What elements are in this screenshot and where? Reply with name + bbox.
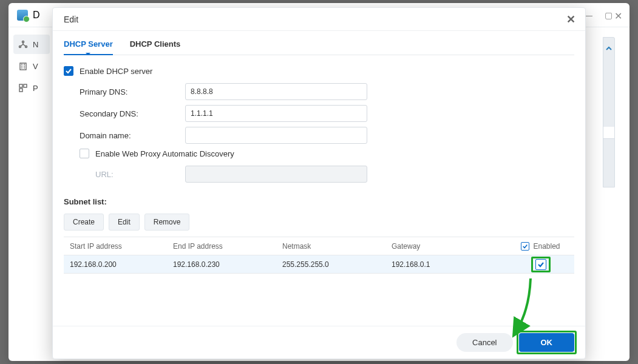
col-gateway: Gateway bbox=[392, 242, 507, 251]
dhcp-form: Enable DHCP server Primary DNS: Secondar… bbox=[64, 55, 574, 274]
window-close-icon[interactable]: ✕ bbox=[614, 10, 622, 22]
app-icon bbox=[17, 10, 28, 21]
network-icon bbox=[18, 39, 28, 49]
chevron-up-icon bbox=[605, 44, 613, 55]
cell-enabled bbox=[507, 259, 574, 270]
primary-dns-input[interactable] bbox=[185, 83, 367, 100]
cancel-button[interactable]: Cancel bbox=[456, 333, 512, 352]
subnet-heading: Subnet list: bbox=[64, 197, 574, 206]
annotation-highlight-ok bbox=[517, 331, 577, 354]
right-panel-fragment bbox=[603, 127, 615, 139]
modal-footer: Cancel OK bbox=[53, 326, 585, 359]
cell-gateway: 192.168.0.1 bbox=[392, 260, 507, 269]
close-icon[interactable]: ✕ bbox=[566, 13, 575, 26]
grid-icon bbox=[18, 83, 28, 93]
building-icon bbox=[18, 61, 28, 71]
sidebar-item-vendor[interactable]: V bbox=[13, 56, 50, 76]
wpad-row: Enable Web Proxy Automatic Discovery bbox=[64, 149, 574, 158]
col-enabled-label: Enabled bbox=[533, 242, 560, 251]
primary-dns-label: Primary DNS: bbox=[64, 87, 185, 96]
svg-rect-6 bbox=[19, 89, 22, 92]
modal-title: Edit bbox=[64, 15, 78, 24]
url-label: URL: bbox=[64, 170, 185, 179]
cell-netmask: 255.255.255.0 bbox=[282, 260, 392, 269]
enable-dhcp-checkbox[interactable] bbox=[64, 66, 73, 76]
domain-name-label: Domain name: bbox=[64, 131, 185, 140]
subnet-buttons: Create Edit Remove bbox=[64, 214, 574, 231]
enable-dhcp-row: Enable DHCP server bbox=[64, 66, 574, 76]
sidebar: N V P bbox=[8, 30, 55, 361]
wpad-checkbox[interactable] bbox=[80, 149, 89, 158]
sidebar-label: N bbox=[33, 40, 38, 49]
domain-name-row: Domain name: bbox=[64, 127, 574, 144]
remove-button[interactable]: Remove bbox=[144, 214, 190, 231]
cell-end: 192.168.0.230 bbox=[173, 260, 282, 269]
col-start: Start IP address bbox=[64, 242, 173, 251]
cell-start: 192.168.0.200 bbox=[64, 260, 173, 269]
ok-wrap: OK bbox=[519, 333, 575, 352]
primary-dns-row: Primary DNS: bbox=[64, 83, 574, 100]
window-controls: — ▢ bbox=[584, 10, 613, 20]
sidebar-label: V bbox=[33, 62, 38, 71]
svg-rect-3 bbox=[20, 63, 26, 70]
svg-point-1 bbox=[22, 41, 24, 43]
secondary-dns-row: Secondary DNS: bbox=[64, 105, 574, 122]
annotation-highlight-enabled bbox=[531, 257, 551, 272]
edit-modal: Edit ✕ DHCP Server DHCP Clients Enable D… bbox=[52, 7, 586, 359]
tab-dhcp-server[interactable]: DHCP Server bbox=[64, 39, 113, 55]
subnet-table: Start IP address End IP address Netmask … bbox=[64, 237, 574, 274]
enable-dhcp-label: Enable DHCP server bbox=[80, 67, 152, 76]
sidebar-item-pxe[interactable]: P bbox=[13, 78, 50, 98]
table-row[interactable]: 192.168.0.200 192.168.0.230 255.255.255.… bbox=[64, 255, 574, 274]
sidebar-item-network[interactable]: N bbox=[13, 35, 50, 54]
sidebar-label: P bbox=[33, 84, 38, 93]
svg-rect-5 bbox=[24, 84, 27, 87]
svg-rect-4 bbox=[19, 84, 22, 87]
header-enabled-checkbox[interactable] bbox=[521, 242, 529, 251]
back-title: D bbox=[33, 10, 40, 21]
secondary-dns-input[interactable] bbox=[185, 105, 367, 122]
modal-header: Edit ✕ bbox=[53, 8, 585, 31]
maximize-icon[interactable]: ▢ bbox=[605, 10, 613, 20]
url-row: URL: bbox=[64, 166, 574, 183]
table-header: Start IP address End IP address Netmask … bbox=[64, 237, 574, 255]
edit-button[interactable]: Edit bbox=[109, 214, 140, 231]
create-button[interactable]: Create bbox=[64, 214, 104, 231]
domain-name-input[interactable] bbox=[185, 127, 367, 144]
modal-body: DHCP Server DHCP Clients Enable DHCP ser… bbox=[53, 31, 585, 326]
tabbar: DHCP Server DHCP Clients bbox=[64, 31, 574, 55]
col-netmask: Netmask bbox=[282, 242, 392, 251]
tab-dhcp-clients[interactable]: DHCP Clients bbox=[130, 39, 181, 55]
col-enabled: Enabled bbox=[507, 242, 574, 251]
col-end: End IP address bbox=[173, 242, 282, 251]
url-input bbox=[185, 166, 367, 183]
secondary-dns-label: Secondary DNS: bbox=[64, 109, 185, 118]
wpad-label: Enable Web Proxy Automatic Discovery bbox=[95, 149, 234, 158]
right-panel-collapsed[interactable] bbox=[603, 37, 615, 187]
